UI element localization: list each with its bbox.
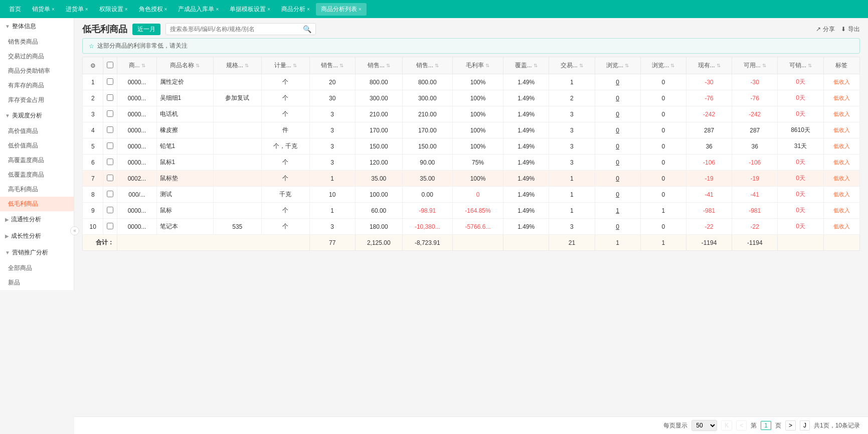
- last-page-button[interactable]: J: [800, 420, 810, 430]
- row-checkbox[interactable]: [103, 122, 117, 138]
- export-button[interactable]: ⬇ 导出: [841, 25, 860, 34]
- sidebar-item-high-value[interactable]: 高价值商品: [0, 124, 74, 138]
- nav-sales-order[interactable]: 销货单 ×: [27, 3, 60, 16]
- sidebar-item-in-stock[interactable]: 有库存的商品: [0, 78, 74, 93]
- row-checkbox[interactable]: [103, 203, 117, 219]
- row-current: 287: [686, 122, 732, 138]
- sidebar-group-marketing[interactable]: ▼ 营销推广分析: [0, 244, 74, 261]
- col-name[interactable]: 商品名称 ⇅: [156, 57, 213, 74]
- close-icon[interactable]: ×: [307, 7, 310, 12]
- per-page-select[interactable]: 50 100: [691, 420, 717, 431]
- col-views1[interactable]: 浏览... ⇅: [595, 57, 640, 74]
- next-page-button[interactable]: >: [785, 420, 796, 430]
- nav-template[interactable]: 单据模板设置 ×: [225, 3, 275, 16]
- col-unit[interactable]: 计量... ⇅: [261, 57, 309, 74]
- period-button[interactable]: 近一月: [132, 24, 160, 35]
- footer-views2: 1: [640, 235, 686, 251]
- sidebar-item-category-rate[interactable]: 商品分类助销率: [0, 64, 74, 78]
- col-gross-rate[interactable]: 毛利率 ⇅: [452, 57, 503, 74]
- close-icon[interactable]: ×: [267, 7, 270, 12]
- sidebar-item-all-goods[interactable]: 全部商品: [0, 261, 74, 275]
- first-page-button[interactable]: K: [721, 420, 732, 430]
- col-sellable[interactable]: 可销... ⇅: [778, 57, 823, 74]
- close-icon[interactable]: ×: [85, 7, 88, 12]
- nav-home[interactable]: 首页: [4, 3, 26, 16]
- row-views1[interactable]: 0: [595, 187, 640, 203]
- row-transactions: 1: [549, 171, 595, 187]
- row-checkbox[interactable]: [103, 90, 117, 106]
- row-checkbox[interactable]: [103, 138, 117, 155]
- nav-purchase-order[interactable]: 进货单 ×: [61, 3, 93, 16]
- select-all-checkbox[interactable]: [107, 62, 113, 68]
- row-sales-count: 1: [309, 203, 355, 219]
- close-icon[interactable]: ×: [216, 7, 219, 12]
- nav-product-analysis-list[interactable]: 商品分析列表 ×: [316, 3, 367, 16]
- sidebar-item-traded-goods[interactable]: 交易过的商品: [0, 49, 74, 64]
- row-tag: 低收入: [823, 138, 859, 155]
- close-icon[interactable]: ×: [164, 7, 167, 12]
- sidebar-item-capital[interactable]: 库存资金占用: [0, 93, 74, 107]
- row-checkbox[interactable]: [103, 219, 117, 235]
- sidebar-item-sales-goods[interactable]: 销售类商品: [0, 35, 74, 49]
- sidebar-item-high-coverage[interactable]: 高覆盖度商品: [0, 153, 74, 168]
- sidebar-item-low-coverage[interactable]: 低覆盖度商品: [0, 168, 74, 182]
- footer-sales-amount: -8,723.91: [402, 235, 452, 251]
- sidebar-item-high-margin[interactable]: 高毛利商品: [0, 182, 74, 197]
- nav-permission[interactable]: 权限设置 ×: [94, 3, 133, 16]
- settings-icon[interactable]: ⚙: [90, 62, 96, 69]
- page-header: 低毛利商品 近一月 🔍 ↗ 分享 ⬇ 导出: [74, 18, 868, 38]
- sidebar-group-aesthetics[interactable]: ▼ 美观度分析: [0, 107, 74, 124]
- close-icon[interactable]: ×: [125, 7, 128, 12]
- col-sales-price[interactable]: 销售... ⇅: [355, 57, 402, 74]
- row-views1[interactable]: 0: [595, 122, 640, 138]
- col-tag[interactable]: 标签: [823, 57, 859, 74]
- nav-role-auth[interactable]: 角色授权 ×: [134, 3, 172, 16]
- col-spec[interactable]: 规格... ⇅: [213, 57, 261, 74]
- nav-product-inbound[interactable]: 产成品入库单 ×: [173, 3, 224, 16]
- row-checkbox[interactable]: [103, 171, 117, 187]
- row-tag: 低收入: [823, 122, 859, 138]
- prev-page-button[interactable]: <: [736, 420, 747, 430]
- data-table-wrap: ⚙ 商... ⇅: [82, 57, 860, 416]
- sidebar-item-new-goods[interactable]: 新品: [0, 275, 74, 290]
- sidebar-item-low-value[interactable]: 低价值商品: [0, 138, 74, 153]
- col-sales-count[interactable]: 销售... ⇅: [309, 57, 355, 74]
- sidebar-group-circulation[interactable]: ▶ 流通性分析: [0, 211, 74, 228]
- row-views1[interactable]: 1: [595, 203, 640, 219]
- col-coverage[interactable]: 覆盖... ⇅: [503, 57, 549, 74]
- row-checkbox[interactable]: [103, 106, 117, 122]
- row-views1[interactable]: 0: [595, 74, 640, 90]
- row-checkbox[interactable]: [103, 187, 117, 203]
- row-coverage: 1.49%: [503, 203, 549, 219]
- col-code[interactable]: 商... ⇅: [117, 57, 156, 74]
- sidebar-group-growth[interactable]: ▶ 成长性分析: [0, 228, 74, 244]
- col-sales-amount-label: 销售...: [416, 61, 433, 70]
- nav-product-analysis[interactable]: 商品分析 ×: [276, 3, 315, 16]
- col-sales-amount[interactable]: 销售... ⇅: [402, 57, 452, 74]
- row-views1[interactable]: 0: [595, 171, 640, 187]
- col-available[interactable]: 可用... ⇅: [732, 57, 778, 74]
- row-views1[interactable]: 0: [595, 155, 640, 171]
- row-name: 吴细细1: [156, 90, 213, 106]
- col-views2[interactable]: 浏览... ⇅: [640, 57, 686, 74]
- row-views1[interactable]: 0: [595, 90, 640, 106]
- row-name: 测试: [156, 187, 213, 203]
- row-checkbox[interactable]: [103, 155, 117, 171]
- row-views1[interactable]: 0: [595, 138, 640, 155]
- sidebar-item-low-margin[interactable]: 低毛利商品: [0, 197, 74, 211]
- sidebar-collapse-button[interactable]: «: [70, 226, 79, 235]
- search-input[interactable]: [170, 26, 303, 33]
- row-views1[interactable]: 0: [595, 219, 640, 235]
- row-views1[interactable]: 0: [595, 106, 640, 122]
- share-button[interactable]: ↗ 分享: [816, 25, 835, 34]
- search-icon[interactable]: 🔍: [303, 25, 311, 33]
- row-views2: 1: [640, 203, 686, 219]
- row-coverage: 1.49%: [503, 90, 549, 106]
- col-transactions[interactable]: 交易... ⇅: [549, 57, 595, 74]
- col-current[interactable]: 现有... ⇅: [686, 57, 732, 74]
- close-icon[interactable]: ×: [359, 7, 362, 12]
- close-icon[interactable]: ×: [52, 7, 55, 12]
- sidebar-group-overview[interactable]: ▼ 整体信息: [0, 18, 74, 35]
- col-settings[interactable]: ⚙: [83, 57, 103, 74]
- row-checkbox[interactable]: [103, 74, 117, 90]
